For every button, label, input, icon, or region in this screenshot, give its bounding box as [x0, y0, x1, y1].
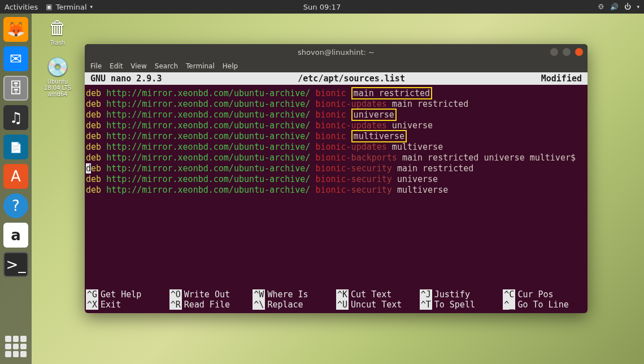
dock-firefox[interactable]: 🦊: [3, 17, 28, 42]
dock: 🦊 ✉ 🗄 ♫ 📄 A ? a >_: [0, 14, 32, 364]
nano-shortcut: ^\Replace: [253, 300, 336, 310]
activities-button[interactable]: Activities: [5, 3, 38, 11]
nano-shortcut: ^KCut Text: [336, 289, 420, 300]
source-line: deb http://mirror.xeonbd.com/ubuntu-arch…: [86, 131, 586, 142]
window-titlebar[interactable]: shovon@linuxhint: ~: [85, 44, 588, 60]
source-line: deb http://mirror.xeonbd.com/ubuntu-arch…: [86, 99, 586, 110]
nano-header: GNU nano 2.9.3 /etc/apt/sources.list Mod…: [85, 72, 588, 85]
source-line: deb http://mirror.xeonbd.com/ubuntu-arch…: [86, 110, 586, 120]
nano-shortcut: ^TTo Spell: [420, 300, 503, 310]
gnome-top-panel: Activities ▣ Terminal ▾ Sun 09:17 ⯐ 🔊 ⏻ …: [0, 0, 644, 14]
app-indicator-label: Terminal: [56, 3, 87, 11]
source-line: deb http://mirror.xeonbd.com/ubuntu-arch…: [86, 142, 586, 153]
nano-shortcut: ^UUncut Text: [336, 300, 420, 310]
chevron-down-icon[interactable]: ▾: [637, 4, 639, 10]
source-line: deb http://mirror.xeonbd.com/ubuntu-arch…: [86, 88, 586, 99]
dock-amazon[interactable]: a: [3, 223, 28, 248]
close-button[interactable]: [575, 48, 583, 56]
nano-shortcut: ^_Go To Line: [503, 300, 586, 310]
disc-icon[interactable]: 💿 Ubuntu 18.04 LTS amd64: [40, 56, 76, 97]
clock[interactable]: Sun 09:17: [303, 3, 341, 11]
source-line: deb http://mirror.xeonbd.com/ubuntu-arch…: [86, 174, 586, 185]
terminal-window: shovon@linuxhint: ~ File Edit View Searc…: [85, 44, 588, 313]
nano-version: GNU nano 2.9.3: [90, 73, 162, 84]
nano-shortcut: ^RRead File: [169, 300, 253, 310]
nano-status: Modified: [541, 73, 582, 84]
chevron-down-icon: ▾: [90, 4, 93, 10]
show-applications-button[interactable]: [5, 336, 27, 357]
nano-shortcut: ^XExit: [86, 300, 169, 310]
source-line: deb http://mirror.xeonbd.com/ubuntu-arch…: [86, 185, 586, 196]
desktop-icons: 🗑 Trash 💿 Ubuntu 18.04 LTS amd64: [40, 17, 76, 97]
dock-libreoffice-writer[interactable]: 📄: [3, 135, 28, 159]
nano-shortcut: ^GGet Help: [86, 289, 169, 300]
power-icon[interactable]: ⏻: [624, 3, 631, 11]
disc-label: Ubuntu 18.04 LTS amd64: [44, 79, 71, 97]
source-line: deb http://mirror.xeonbd.com/ubuntu-arch…: [86, 120, 586, 131]
dock-thunderbird[interactable]: ✉: [3, 46, 28, 71]
minimize-button[interactable]: [550, 48, 558, 56]
source-line: deb http://mirror.xeonbd.com/ubuntu-arch…: [86, 163, 586, 174]
nano-shortcut-bar: ^GGet Help^OWrite Out^WWhere Is^KCut Tex…: [85, 288, 588, 313]
dvd-glyph: 💿: [40, 56, 76, 77]
terminal-menubar: File Edit View Search Terminal Help: [85, 60, 588, 72]
dock-ubuntu-software[interactable]: A: [3, 164, 28, 189]
menu-file[interactable]: File: [90, 62, 102, 70]
trash-glyph: 🗑: [40, 17, 76, 38]
dock-rhythmbox[interactable]: ♫: [3, 105, 28, 130]
nano-shortcut: ^WWhere Is: [253, 289, 336, 300]
app-indicator[interactable]: ▣ Terminal ▾: [46, 3, 93, 11]
menu-search[interactable]: Search: [155, 62, 178, 70]
nano-shortcut: ^JJustify: [420, 289, 503, 300]
menu-help[interactable]: Help: [223, 62, 238, 70]
nano-shortcut: ^OWrite Out: [169, 289, 253, 300]
network-icon[interactable]: ⯐: [598, 3, 604, 11]
menu-view[interactable]: View: [130, 62, 146, 70]
dock-terminal[interactable]: >_: [3, 252, 28, 277]
trash-icon[interactable]: 🗑 Trash: [40, 17, 76, 46]
menu-terminal[interactable]: Terminal: [186, 62, 215, 70]
terminal-content[interactable]: deb http://mirror.xeonbd.com/ubuntu-arch…: [85, 85, 588, 288]
dock-help[interactable]: ?: [3, 193, 28, 218]
menu-edit[interactable]: Edit: [110, 62, 123, 70]
nano-shortcut: ^CCur Pos: [503, 289, 586, 300]
source-line: deb http://mirror.xeonbd.com/ubuntu-arch…: [86, 153, 586, 163]
trash-label: Trash: [50, 40, 65, 46]
window-title: shovon@linuxhint: ~: [298, 48, 375, 57]
maximize-button[interactable]: [563, 48, 571, 56]
terminal-icon: ▣: [46, 3, 52, 11]
nano-filepath: /etc/apt/sources.list: [298, 73, 405, 84]
dock-files[interactable]: 🗄: [3, 76, 28, 101]
volume-icon[interactable]: 🔊: [610, 3, 619, 11]
